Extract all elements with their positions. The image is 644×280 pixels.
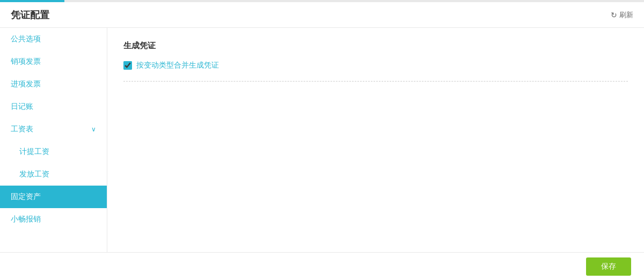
refresh-label: 刷新 — [619, 10, 633, 20]
sidebar-item-fixed-assets[interactable]: 固定资产 — [0, 186, 107, 208]
sidebar-item-label: 日记账 — [11, 102, 33, 112]
sidebar-item-purchase-invoice[interactable]: 进项发票 — [0, 73, 107, 95]
sidebar-item-public-options[interactable]: 公共选项 — [0, 28, 107, 50]
merge-by-type-checkbox[interactable] — [123, 61, 132, 70]
refresh-button[interactable]: ↻ 刷新 — [611, 10, 633, 20]
sidebar-item-label: 固定资产 — [11, 192, 41, 202]
sidebar: 公共选项 销项发票 进项发票 日记账 工资表 ∨ 计提工资 发放工资 固定资产 … — [0, 28, 107, 252]
sidebar-item-expense-reimbursement[interactable]: 小畅报销 — [0, 208, 107, 231]
refresh-icon: ↻ — [611, 11, 617, 19]
section-divider — [123, 81, 628, 82]
save-button[interactable]: 保存 — [586, 257, 631, 276]
sidebar-item-issue-payroll[interactable]: 发放工资 — [0, 163, 107, 186]
sidebar-item-journal[interactable]: 日记账 — [0, 95, 107, 118]
chevron-down-icon: ∨ — [91, 126, 96, 133]
section-title: 生成凭证 — [123, 41, 628, 51]
header: 凭证配置 ↻ 刷新 — [0, 2, 644, 28]
sidebar-item-label: 公共选项 — [11, 34, 41, 44]
sidebar-item-label: 销项发票 — [11, 57, 41, 67]
merge-by-type-label[interactable]: 按变动类型合并生成凭证 — [136, 61, 219, 70]
footer: 保存 — [0, 252, 644, 280]
sidebar-item-label: 工资表 — [11, 124, 33, 134]
sidebar-item-sales-invoice[interactable]: 销项发票 — [0, 50, 107, 73]
sidebar-item-label: 计提工资 — [19, 147, 49, 157]
sidebar-item-label: 进项发票 — [11, 79, 41, 89]
checkbox-row: 按变动类型合并生成凭证 — [123, 61, 628, 70]
sidebar-item-payroll-table[interactable]: 工资表 ∨ — [0, 118, 107, 141]
page-title: 凭证配置 — [11, 9, 49, 21]
sidebar-item-label: 发放工资 — [19, 170, 49, 179]
content-area: 生成凭证 按变动类型合并生成凭证 — [107, 28, 644, 252]
sidebar-item-label: 小畅报销 — [11, 215, 41, 224]
sidebar-item-commission-payroll[interactable]: 计提工资 — [0, 141, 107, 163]
main-layout: 公共选项 销项发票 进项发票 日记账 工资表 ∨ 计提工资 发放工资 固定资产 … — [0, 28, 644, 252]
